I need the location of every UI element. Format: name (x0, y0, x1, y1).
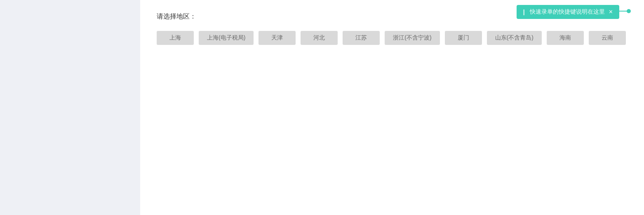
main-content: 请选择地区： 上海上海(电子税局)天津河北江苏浙江(不含宁波)厦门山东(不含青岛… (140, 0, 644, 215)
tooltip-banner: 快速录单的快捷键说明在这里 × (517, 5, 619, 19)
sidebar (0, 0, 140, 215)
region-btn-shanghai[interactable]: 上海 (157, 31, 194, 45)
tooltip-dot (627, 9, 631, 13)
region-buttons: 上海上海(电子税局)天津河北江苏浙江(不含宁波)厦门山东(不含青岛)海南云南 (157, 31, 628, 45)
region-btn-xiamen[interactable]: 厦门 (445, 31, 482, 45)
region-btn-jiangsu[interactable]: 江苏 (343, 31, 380, 45)
tooltip-close-button[interactable]: × (609, 9, 613, 15)
region-btn-zhejiang[interactable]: 浙江(不含宁波) (385, 31, 440, 45)
region-btn-hainan[interactable]: 海南 (547, 31, 584, 45)
tooltip-text: 快速录单的快捷键说明在这里 (530, 8, 605, 16)
region-btn-tianjin[interactable]: 天津 (259, 31, 296, 45)
region-btn-hebei[interactable]: 河北 (301, 31, 338, 45)
region-btn-shandong[interactable]: 山东(不含青岛) (487, 31, 542, 45)
region-btn-shanghai-etax[interactable]: 上海(电子税局) (199, 31, 254, 45)
region-btn-yunnan[interactable]: 云南 (589, 31, 626, 45)
